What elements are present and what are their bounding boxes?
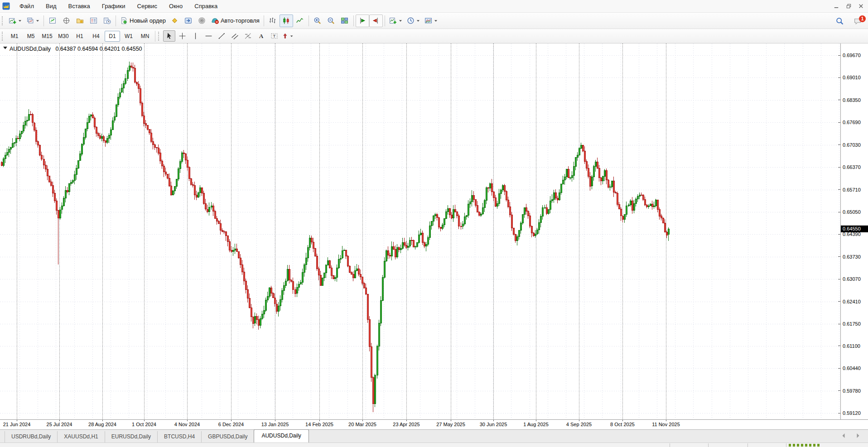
tab-scroll-left-button[interactable] <box>840 432 848 440</box>
zoom-out-button[interactable] <box>324 14 338 27</box>
chart-tab-gbpusdd-daily[interactable]: GBPUSDd,Daily <box>202 431 254 442</box>
date-axis-label: 30 Jun 2025 <box>480 422 507 427</box>
vertical-line-tool[interactable] <box>189 30 202 42</box>
templates-icon <box>424 17 432 24</box>
auto-scroll-button[interactable] <box>356 14 369 27</box>
zoom-in-icon <box>313 17 321 24</box>
menubar: ФайлВидВставкаГрафикиСервисОкноСправка <box>0 0 868 13</box>
market-watch-button[interactable] <box>46 14 59 27</box>
autotrade-button[interactable]: Авто-торговля <box>209 14 262 27</box>
text-label-tool[interactable]: T <box>268 30 280 42</box>
bar-chart-button[interactable] <box>266 14 280 27</box>
line-tool-buttons: AT <box>163 30 294 42</box>
chart-tab-btcusd-h4[interactable]: BTCUSD,H4 <box>158 431 202 442</box>
menu-insert[interactable]: Вставка <box>63 0 96 12</box>
text-label-icon: T <box>270 32 278 40</box>
indicators-button[interactable] <box>387 14 405 27</box>
price-axis-label: 0.60440 <box>843 365 861 371</box>
metaeditor-button[interactable] <box>168 14 182 27</box>
menu-file[interactable]: Файл <box>14 0 40 12</box>
window-restore-icon <box>845 3 852 10</box>
horizontal-line-tool[interactable] <box>203 30 215 42</box>
terminal-button[interactable] <box>87 14 100 27</box>
line-chart-button[interactable] <box>293 14 307 27</box>
chart-tab-eurusdd-daily[interactable]: EURUSDd,Daily <box>105 431 158 442</box>
candlestick-chart-button[interactable] <box>280 14 293 27</box>
crosshair-tool[interactable] <box>176 30 188 42</box>
tab-scroll-right-button[interactable] <box>854 432 863 440</box>
chart-tab-usdrubd-daily[interactable]: USDRUBd,Daily <box>5 431 58 442</box>
candlestick-chart-icon <box>282 17 290 24</box>
cursor-tool[interactable] <box>163 30 175 42</box>
timeframe-h4[interactable]: H4 <box>88 31 104 42</box>
timeframe-mn[interactable]: MN <box>137 31 153 42</box>
fibo-icon <box>244 32 252 40</box>
price-axis-label: 0.62410 <box>843 299 861 304</box>
text-tool[interactable]: A <box>255 30 267 42</box>
chart-area: 0.696700.690100.683500.676900.670300.663… <box>0 43 868 429</box>
strategy-tester-button[interactable] <box>100 14 114 27</box>
mobile-apps-button[interactable] <box>182 14 195 27</box>
window-restore-button[interactable] <box>843 1 855 11</box>
arrows-icon <box>282 32 289 40</box>
chart-canvas[interactable]: 0.696700.690100.683500.676900.670300.663… <box>0 43 868 429</box>
menu-tools[interactable]: Сервис <box>131 0 164 12</box>
price-axis-label: 0.69010 <box>843 75 861 80</box>
timeframe-grip[interactable] <box>2 32 4 41</box>
chart-shift-icon <box>372 17 380 24</box>
timeframe-h1[interactable]: H1 <box>72 31 87 42</box>
toolbar-right: 1 <box>833 13 864 29</box>
bar-chart-icon <box>269 17 276 24</box>
data-window-button[interactable] <box>59 14 73 27</box>
search-button[interactable] <box>833 14 846 27</box>
statusbar-separator <box>747 443 748 447</box>
timeframe-m5[interactable]: M5 <box>23 31 39 42</box>
periods-button[interactable] <box>405 14 422 27</box>
date-axis-label: 25 Jul 2024 <box>47 422 72 427</box>
timeframe-d1[interactable]: D1 <box>105 31 120 42</box>
date-axis-label: 1 Aug 2025 <box>523 422 549 427</box>
auto-scroll-icon <box>358 17 366 24</box>
arrows-tool[interactable] <box>281 30 294 42</box>
connection-signal-icon <box>789 444 791 447</box>
svg-text:T: T <box>273 34 276 38</box>
chart-tab-audusdd-daily[interactable]: AUDUSDd,Daily <box>254 429 309 442</box>
price-axis-label: 0.61100 <box>843 343 860 349</box>
new-order-button-label: Новый ордер <box>130 17 166 24</box>
profiles-button[interactable] <box>24 14 42 27</box>
notifications-button[interactable]: 1 <box>851 14 864 27</box>
line-tools-grip[interactable] <box>158 32 160 41</box>
trendline-tool[interactable] <box>216 30 228 42</box>
tile-windows-icon <box>341 17 348 24</box>
price-axis-label: 0.64390 <box>843 231 861 237</box>
new-chart-button[interactable] <box>6 14 24 27</box>
window-close-button[interactable] <box>855 1 867 11</box>
menu-window[interactable]: Окно <box>163 0 188 12</box>
navigator-button[interactable] <box>73 14 87 27</box>
menu-view[interactable]: Вид <box>40 0 63 12</box>
chart-tab-xauusdd-h1[interactable]: XAUUSDd,H1 <box>58 431 105 442</box>
community-button[interactable] <box>195 14 209 27</box>
new-order-button[interactable]: Новый ордер <box>118 14 168 27</box>
toolbar-grip[interactable] <box>2 16 4 25</box>
templates-button[interactable] <box>422 14 440 27</box>
timeframe-m15[interactable]: M15 <box>39 31 55 42</box>
price-axis-label: 0.63730 <box>843 254 861 260</box>
window-minimize-button[interactable] <box>830 1 843 11</box>
timeframe-m30[interactable]: M30 <box>56 31 71 42</box>
zoom-in-button[interactable] <box>311 14 324 27</box>
tile-windows-button[interactable] <box>338 14 352 27</box>
price-axis-label: 0.61750 <box>843 321 861 327</box>
equidistant-channel-tool[interactable] <box>229 30 241 42</box>
chart-shift-button[interactable] <box>369 14 383 27</box>
fibonacci-tool[interactable] <box>242 30 254 42</box>
connection-signal-icon <box>793 444 795 447</box>
date-axis-label: 14 Feb 2025 <box>305 422 333 427</box>
menu-charts[interactable]: Графики <box>96 0 131 12</box>
svg-text:AUDUSDd,Daily 0.64387 0.6459: AUDUSDd,Daily 0.64387 0.64594 0.64201 0.… <box>10 46 142 52</box>
menu-help[interactable]: Справка <box>188 0 223 12</box>
timeframe-m1[interactable]: M1 <box>7 31 22 42</box>
date-axis-label: 21 Jun 2024 <box>3 422 31 427</box>
cursor-icon <box>165 32 173 40</box>
timeframe-w1[interactable]: W1 <box>121 31 136 42</box>
